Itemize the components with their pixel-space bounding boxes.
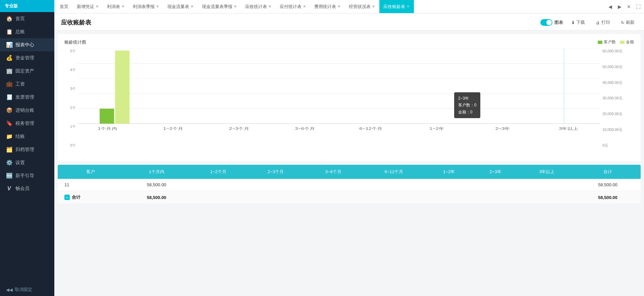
tab-ar-aging-label: 应收账龄表 (383, 4, 405, 10)
tab-ar-stat-label: 应收统计表 (245, 4, 267, 10)
tab-voucher[interactable]: 新增凭证 ✕ (73, 0, 103, 13)
sidebar-item-invoice[interactable]: 🧾 发票管理 (0, 91, 54, 104)
total-icon: ≡ (64, 195, 70, 200)
tab-cashflow[interactable]: 现金流量表 ✕ (163, 0, 198, 13)
svg-text:1个月内: 1个月内 (98, 127, 117, 131)
tab-ar-aging-close[interactable]: ✕ (407, 4, 410, 9)
tab-profit-label: 利润表 (107, 4, 120, 10)
table-row: 11 58,500.00 58,500.00 (58, 179, 641, 191)
main-area: 首页 新增凭证 ✕ 利润表 ✕ 利润表季报 ✕ 现金流量表 ✕ 现金流量表季报 … (54, 0, 644, 296)
cell-total: 58,500.00 (575, 179, 641, 191)
tax-icon: 🔖 (6, 120, 12, 127)
sidebar-item-settings[interactable]: ⚙️ 设置 (0, 156, 54, 169)
settings-icon: ⚙️ (6, 159, 12, 166)
svg-text:3~6个月: 3~6个月 (295, 127, 315, 131)
chart-title: 账龄统计图 (64, 39, 634, 45)
tab-prev-button[interactable]: ◀ (606, 2, 614, 11)
refresh-button[interactable]: ↻ 刷新 (618, 18, 637, 27)
legend-amount-label: 金额 (626, 39, 634, 45)
aging-table: 客户 1个月内 1~2个月 2~3个月 3~6个月 6~12个月 1~2年 2~… (58, 165, 641, 204)
tab-ap-stat[interactable]: 应付统计表 ✕ (276, 0, 310, 13)
bar-customers-m1 (100, 109, 114, 124)
svg-text:2~3年: 2~3年 (495, 127, 510, 131)
sidebar-label-vip: 畅会员 (15, 186, 30, 192)
svg-text:1~2个月: 1~2个月 (163, 127, 183, 131)
tab-cashflow-q[interactable]: 现金流量表季报 ✕ (198, 0, 241, 13)
download-button[interactable]: ⬇ 下载 (569, 18, 588, 27)
sidebar-item-home[interactable]: 🏠 首页 (0, 12, 54, 25)
tab-profit[interactable]: 利润表 ✕ (103, 0, 129, 13)
th-m1: 1个月内 (124, 165, 190, 179)
sidebar-item-guide[interactable]: 🆕 新手引导 (0, 169, 54, 182)
tab-maximize-button[interactable]: ⛶ (634, 2, 643, 11)
download-label: 下载 (576, 19, 585, 26)
tab-profit-q-close[interactable]: ✕ (156, 4, 159, 9)
tab-home[interactable]: 首页 (56, 0, 73, 13)
sidebar-unpin[interactable]: ◀◀ 取消固定 (0, 283, 54, 296)
tab-biz[interactable]: 经营状况表 ✕ (345, 0, 379, 13)
sidebar-label-salary: 工资 (15, 81, 25, 87)
tab-profit-q-label: 利润表季报 (133, 4, 155, 10)
tab-voucher-close[interactable]: ✕ (96, 4, 99, 9)
tab-home-label: 首页 (60, 4, 68, 10)
toggle-label: 图表 (554, 19, 563, 26)
sidebar-item-reports[interactable]: 📊 报表中心 (0, 38, 54, 51)
sidebar-item-sales[interactable]: 📦 进销台账 (0, 104, 54, 117)
sidebar-item-funds[interactable]: 💰 资金管理 (0, 51, 54, 64)
tab-cashflow-close[interactable]: ✕ (191, 4, 194, 9)
cell-m36 (305, 179, 362, 191)
sidebar-item-ledger[interactable]: 📋 总账 (0, 25, 54, 38)
tab-profit-q[interactable]: 利润表季报 ✕ (129, 0, 163, 13)
sidebar-item-vip[interactable]: V 畅会员 (0, 182, 54, 195)
table-total-row: ≡ 合计 58,500.00 58,500.00 (58, 191, 641, 204)
reports-icon: 📊 (6, 42, 12, 48)
tab-profit-close[interactable]: ✕ (121, 4, 124, 9)
home-icon: 🏠 (6, 15, 12, 22)
th-y3plus: 3年以上 (519, 165, 575, 179)
tab-cashflow-q-close[interactable]: ✕ (234, 4, 237, 9)
sidebar-item-tax[interactable]: 🔖 税务管理 (0, 117, 54, 130)
tab-expense-close[interactable]: ✕ (337, 4, 340, 9)
legend-customer-color (598, 41, 602, 44)
tab-next-button[interactable]: ▶ (615, 2, 624, 11)
toggle-track[interactable] (540, 19, 552, 26)
chart-section: 账龄统计图 客户数 金额 5个 4个 3个 2个 1个 0个 (58, 34, 641, 161)
guide-icon: 🆕 (6, 172, 12, 179)
table-section: 客户 1个月内 1~2个月 2~3个月 3~6个月 6~12个月 1~2年 2~… (58, 165, 641, 204)
bar-amount-m1 (115, 51, 129, 124)
total-y3plus (519, 191, 575, 204)
sidebar-label-assets: 固定资产 (15, 68, 34, 74)
sidebar-label-tax: 税务管理 (15, 120, 34, 127)
refresh-label: 刷新 (626, 19, 635, 26)
tab-expense[interactable]: 费用统计表 ✕ (310, 0, 345, 13)
salary-icon: 💼 (6, 81, 12, 87)
total-total: 58,500.00 (575, 191, 641, 204)
invoice-icon: 🧾 (6, 94, 12, 100)
tab-ar-aging[interactable]: 应收账龄表 ✕ (379, 0, 414, 13)
cell-m12 (190, 179, 247, 191)
chart-svg: 1个月内 1~2个月 2~3个月 3~6个月 6~12个月 1~2年 2~3年 … (78, 49, 600, 139)
sidebar-item-salary[interactable]: 💼 工资 (0, 78, 54, 91)
tab-ap-stat-close[interactable]: ✕ (303, 4, 306, 9)
th-m12: 1~2个月 (190, 165, 247, 179)
tab-ar-stat[interactable]: 应收统计表 ✕ (241, 0, 276, 13)
content-area: 应收账龄表 图表 ⬇ 下载 🖨 打印 ↻ 刷新 (54, 13, 644, 296)
legend-customer: 客户数 (598, 39, 616, 45)
chart-container: 5个 4个 3个 2个 1个 0个 (64, 49, 634, 156)
header-actions: 图表 ⬇ 下载 🖨 打印 ↻ 刷新 (540, 18, 637, 27)
tab-biz-close[interactable]: ✕ (372, 4, 375, 9)
cell-y3plus (519, 179, 575, 191)
tab-ar-stat-close[interactable]: ✕ (268, 4, 271, 9)
tab-nav-buttons: ◀ ▶ ✕ ⛶ (606, 2, 643, 11)
sidebar-item-assets[interactable]: 🏢 固定资产 (0, 64, 54, 78)
sidebar-item-archive[interactable]: 🗂️ 归档管理 (0, 143, 54, 156)
th-total: 合计 (575, 165, 641, 179)
chart-toggle[interactable]: 图表 (540, 19, 563, 26)
vip-icon: V (6, 186, 12, 192)
sidebar-item-closing[interactable]: 📁 结账 (0, 130, 54, 143)
closing-icon: 📁 (6, 133, 12, 140)
tab-close-all-button[interactable]: ✕ (625, 2, 633, 11)
print-button[interactable]: 🖨 打印 (593, 18, 613, 27)
total-m12 (190, 191, 247, 204)
tab-cashflow-label: 现金流量表 (167, 4, 189, 10)
